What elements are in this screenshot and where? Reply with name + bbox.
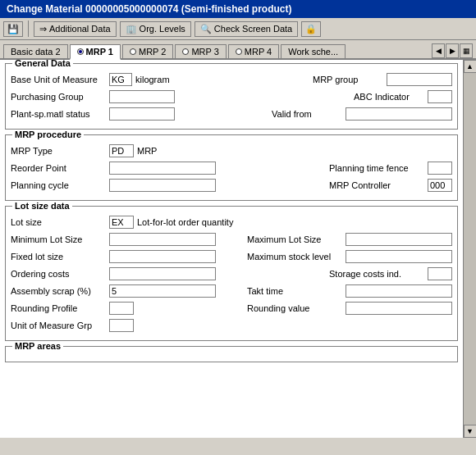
unit-of-measure-grp-label: Unit of Measure Grp bbox=[11, 321, 109, 330]
tab-work-sche[interactable]: Work sche... bbox=[281, 44, 346, 58]
check-icon: 🔍 bbox=[200, 24, 212, 34]
main-content: General Data Base Unit of Measure kilogr… bbox=[0, 60, 463, 438]
tab-mrp-4[interactable]: MRP 4 bbox=[228, 44, 279, 58]
mrp-group-input[interactable] bbox=[387, 73, 452, 86]
tab-mrp-2-radio bbox=[130, 48, 136, 55]
assembly-scrap-label: Assembly scrap (%) bbox=[11, 286, 109, 296]
reorder-point-label: Reorder Point bbox=[11, 163, 109, 173]
base-unit-text: kilogram bbox=[135, 75, 170, 84]
max-lot-size-input[interactable] bbox=[346, 233, 452, 246]
tab-mrp-3-radio bbox=[182, 48, 189, 55]
mrp-type-input[interactable] bbox=[109, 144, 134, 157]
ordering-costs-label: Ordering costs bbox=[11, 269, 109, 279]
tab-mrp-4-radio bbox=[236, 48, 242, 55]
abc-indicator-label: ABC Indicator bbox=[354, 92, 428, 102]
base-unit-input[interactable] bbox=[109, 73, 132, 86]
tab-work-sche-label: Work sche... bbox=[288, 47, 338, 57]
tab-basic-data-2[interactable]: Basic data 2 bbox=[3, 44, 68, 58]
rounding-profile-input[interactable] bbox=[109, 302, 134, 315]
title-text: Change Material 00000005000000074 (Semi-… bbox=[7, 3, 291, 15]
check-screen-button[interactable]: 🔍 Check Screen Data bbox=[195, 21, 298, 37]
reorder-point-input[interactable] bbox=[109, 162, 216, 175]
tab-navigation: ◀ ▶ ▦ bbox=[432, 43, 473, 58]
tabs-bar: Basic data 2 MRP 1 MRP 2 MRP 3 MRP 4 Wor… bbox=[0, 40, 476, 60]
toolbar: 💾 ⇒ Additional Data 🏢 Org. Levels 🔍 Chec… bbox=[0, 18, 476, 40]
storage-costs-label: Storage costs ind. bbox=[329, 269, 428, 279]
takt-time-label: Takt time bbox=[247, 286, 346, 296]
purchasing-group-input[interactable] bbox=[109, 90, 175, 103]
scroll-track[interactable] bbox=[464, 73, 476, 425]
tab-basic-data-2-label: Basic data 2 bbox=[11, 47, 61, 57]
tab-mrp-2-label: MRP 2 bbox=[139, 47, 166, 57]
plant-sp-matl-label: Plant-sp.matl status bbox=[11, 109, 109, 119]
planning-cycle-label: Planning cycle bbox=[11, 180, 109, 190]
mrp-group-label: MRP group bbox=[313, 75, 387, 84]
mrp-areas-section: MRP areas bbox=[5, 346, 458, 362]
purchasing-group-label: Purchasing Group bbox=[11, 92, 109, 102]
mrp-areas-title: MRP areas bbox=[12, 341, 63, 351]
mrp-procedure-section: MRP procedure MRP Type MRP Reorder Point… bbox=[5, 134, 458, 201]
lot-size-text: Lot-for-lot order quantity bbox=[137, 217, 233, 227]
additional-data-label: Additional Data bbox=[49, 24, 111, 34]
tab-mrp-1-label: MRP 1 bbox=[86, 47, 113, 57]
ordering-costs-input[interactable] bbox=[109, 267, 216, 280]
plant-sp-matl-input[interactable] bbox=[109, 107, 175, 121]
check-screen-label: Check Screen Data bbox=[214, 24, 292, 34]
planning-time-fence-input[interactable] bbox=[428, 162, 452, 175]
planning-time-fence-label: Planning time fence bbox=[329, 163, 428, 173]
tab-prev-button[interactable]: ◀ bbox=[432, 43, 445, 58]
lock-button[interactable]: 🔒 bbox=[301, 21, 321, 37]
org-icon: 🏢 bbox=[126, 24, 137, 34]
takt-time-input[interactable] bbox=[346, 284, 452, 298]
lot-size-input[interactable] bbox=[109, 216, 134, 229]
lot-size-data-section: Lot size data Lot size Lot-for-lot order… bbox=[5, 206, 458, 341]
valid-from-input[interactable] bbox=[346, 107, 452, 121]
rounding-value-input[interactable] bbox=[346, 302, 452, 315]
org-levels-button[interactable]: 🏢 Org. Levels bbox=[120, 21, 191, 37]
storage-costs-input[interactable] bbox=[428, 267, 452, 280]
mrp-procedure-title: MRP procedure bbox=[12, 130, 84, 139]
save-icon: 💾 bbox=[7, 24, 19, 34]
title-bar: Change Material 00000005000000074 (Semi-… bbox=[0, 0, 476, 18]
tab-mrp-1[interactable]: MRP 1 bbox=[70, 44, 121, 60]
lot-size-data-title: Lot size data bbox=[12, 201, 72, 211]
fixed-lot-size-label: Fixed lot size bbox=[11, 252, 109, 262]
mrp-type-text: MRP bbox=[137, 146, 157, 156]
rounding-profile-label: Rounding Profile bbox=[11, 303, 109, 313]
mrp-controller-input[interactable] bbox=[428, 179, 452, 192]
mrp-type-label: MRP Type bbox=[11, 146, 109, 156]
additional-data-button[interactable]: ⇒ Additional Data bbox=[34, 21, 117, 37]
max-lot-size-label: Maximum Lot Size bbox=[247, 234, 346, 244]
lock-icon: 🔒 bbox=[305, 24, 317, 34]
valid-from-label: Valid from bbox=[272, 109, 346, 119]
general-data-title: General Data bbox=[12, 60, 73, 68]
general-data-section: General Data Base Unit of Measure kilogr… bbox=[5, 63, 458, 130]
tab-mrp-1-radio bbox=[77, 48, 84, 55]
planning-cycle-input[interactable] bbox=[109, 179, 216, 192]
max-stock-level-label: Maximum stock level bbox=[247, 252, 346, 262]
tab-mrp-2[interactable]: MRP 2 bbox=[122, 44, 173, 58]
unit-of-measure-grp-input[interactable] bbox=[109, 319, 134, 332]
save-button[interactable]: 💾 bbox=[3, 21, 23, 37]
assembly-scrap-input[interactable] bbox=[109, 284, 216, 298]
fixed-lot-size-input[interactable] bbox=[109, 250, 216, 263]
base-unit-label: Base Unit of Measure bbox=[11, 75, 109, 84]
min-lot-size-label: Minimum Lot Size bbox=[11, 234, 109, 244]
arrow-icon: ⇒ bbox=[39, 24, 47, 34]
lot-size-label: Lot size bbox=[11, 217, 109, 227]
rounding-value-label: Rounding value bbox=[247, 303, 346, 313]
min-lot-size-input[interactable] bbox=[109, 233, 216, 246]
scrollbar: ▲ ▼ bbox=[463, 60, 476, 438]
tab-mrp-3-label: MRP 3 bbox=[191, 47, 218, 57]
org-levels-label: Org. Levels bbox=[140, 24, 185, 34]
tab-next-button[interactable]: ▶ bbox=[446, 43, 459, 58]
tab-list-button[interactable]: ▦ bbox=[460, 43, 473, 58]
scroll-up-button[interactable]: ▲ bbox=[464, 60, 477, 73]
max-stock-level-input[interactable] bbox=[346, 250, 452, 263]
tab-mrp-4-label: MRP 4 bbox=[245, 47, 272, 57]
mrp-controller-label: MRP Controller bbox=[329, 180, 428, 190]
scroll-down-button[interactable]: ▼ bbox=[464, 425, 477, 438]
abc-indicator-input[interactable] bbox=[428, 90, 452, 103]
tab-mrp-3[interactable]: MRP 3 bbox=[175, 44, 226, 58]
